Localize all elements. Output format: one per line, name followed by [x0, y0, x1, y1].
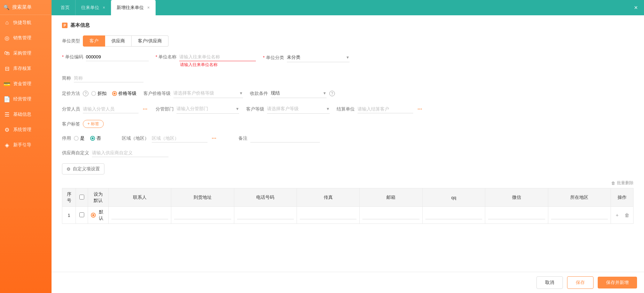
- remarks-group: 备注: [238, 134, 320, 143]
- unit-category-select[interactable]: 未分类 ▼: [287, 53, 350, 62]
- disabled-yes-radio[interactable]: 是: [74, 135, 85, 141]
- pricing-method-group: 定价方法 ? 折扣 价格等级: [62, 90, 136, 97]
- settlement-more-btn[interactable]: ···: [416, 106, 423, 112]
- row-region[interactable]: [548, 207, 611, 224]
- sidebar: 🔍 搜索菜单 ⌂ 快捷导航 ◎ 销售管理 🛍 采购管理 ⊟ 库存核算 💳 资金管…: [0, 0, 52, 293]
- sidebar-item-guide[interactable]: ◈ 新手引导: [0, 137, 52, 153]
- row-wechat[interactable]: [485, 207, 548, 224]
- short-name-input[interactable]: [74, 74, 143, 82]
- sidebar-item-system[interactable]: ⚙ 系统管理: [0, 122, 52, 137]
- row-phone[interactable]: [234, 207, 297, 224]
- sidebar-item-finance[interactable]: 💳 资金管理: [0, 76, 52, 91]
- row-fax[interactable]: [297, 207, 360, 224]
- customer-price-level-select[interactable]: 请选择客户价格等级 ▼: [173, 89, 243, 98]
- payment-terms-help-icon[interactable]: ?: [329, 91, 335, 96]
- row-qq[interactable]: [422, 207, 485, 224]
- department-label: 分管部门: [156, 106, 174, 112]
- sidebar-search[interactable]: 🔍 搜索菜单: [0, 0, 52, 15]
- tab-new-counterpart-label: 新增往来单位: [117, 5, 144, 11]
- tab-home-label: 首页: [61, 5, 70, 11]
- row-default[interactable]: 默认: [88, 207, 109, 224]
- pricing-level-radio[interactable]: 价格等级: [112, 90, 136, 97]
- region-more-btn[interactable]: ···: [210, 135, 218, 141]
- sidebar-item-purchase[interactable]: 🛍 采购管理: [0, 46, 52, 61]
- unit-name-input[interactable]: [179, 53, 256, 61]
- cancel-button[interactable]: 取消: [536, 276, 563, 289]
- row-contact[interactable]: [109, 207, 171, 224]
- unit-category-arrow: ▼: [346, 55, 350, 59]
- region-input[interactable]: [152, 134, 207, 143]
- add-row-button[interactable]: +: [614, 212, 621, 219]
- custom-settings-button[interactable]: ⚙ 自定义项设置: [62, 163, 104, 174]
- type-btn-both[interactable]: 客户/供应商: [132, 35, 168, 47]
- short-name-group: 简称: [62, 74, 143, 82]
- tab-counterpart-close[interactable]: ×: [103, 5, 105, 10]
- tab-bar: 首页 往来单位 × 新增往来单位 × ×: [52, 0, 644, 15]
- contact-input[interactable]: [111, 211, 168, 219]
- department-placeholder: 请输入分管部门: [176, 106, 234, 112]
- disabled-no-label: 否: [96, 135, 101, 141]
- finance-icon: 💳: [3, 80, 10, 87]
- customer-level-select[interactable]: 请选择客户等级 ▼: [267, 104, 330, 114]
- tab-counterpart[interactable]: 往来单位 ×: [76, 0, 111, 15]
- sidebar-item-quick-nav[interactable]: ⌂ 快捷导航: [0, 15, 52, 30]
- row-checkbox[interactable]: [76, 207, 88, 224]
- supplier-custom-input[interactable]: [92, 149, 168, 157]
- supplier-custom-group: 供应商自定义: [62, 149, 168, 157]
- select-all-checkbox[interactable]: [79, 195, 84, 200]
- row-region-input[interactable]: [551, 211, 608, 219]
- sidebar-item-sales[interactable]: ◎ 销售管理: [0, 30, 52, 46]
- address-input[interactable]: [174, 211, 231, 219]
- sidebar-item-basic[interactable]: ☰ 基础信息: [0, 107, 52, 122]
- gear-icon: ⚙: [66, 166, 71, 172]
- qq-input[interactable]: [425, 211, 482, 219]
- unit-type-row: 单位类型 客户 供应商 客户/供应商: [62, 35, 634, 47]
- unit-info-row: 单位编码 单位名称 请输入往来单位名称 单位分类: [62, 53, 634, 68]
- manager-input[interactable]: [83, 105, 139, 113]
- row-address[interactable]: [171, 207, 234, 224]
- default-radio[interactable]: 默认: [91, 209, 105, 221]
- section-icon: P: [62, 23, 68, 28]
- disabled-no-radio[interactable]: 否: [90, 135, 101, 141]
- payment-terms-select[interactable]: 现结 ▼: [271, 89, 327, 98]
- disabled-yes-circle: [74, 136, 79, 141]
- sidebar-item-operations[interactable]: 📄 经营管理: [0, 91, 52, 107]
- system-icon: ⚙: [3, 126, 10, 133]
- window-close-button[interactable]: ×: [631, 4, 641, 11]
- pricing-help-icon[interactable]: ?: [83, 91, 88, 96]
- tab-new-counterpart-close[interactable]: ×: [147, 5, 150, 10]
- phone-input[interactable]: [237, 211, 294, 219]
- customer-price-level-label: 客户价格等级: [143, 90, 171, 97]
- delete-row-button[interactable]: 🗑: [623, 212, 630, 219]
- tab-new-counterpart[interactable]: 新增往来单位 ×: [111, 0, 156, 15]
- tab-counterpart-label: 往来单位: [81, 5, 99, 11]
- home-icon: ⌂: [3, 19, 10, 26]
- disabled-row: 停用 是 否 区域（地区） ···: [62, 134, 634, 143]
- tab-home[interactable]: 首页: [55, 0, 76, 15]
- row-select-checkbox[interactable]: [79, 212, 84, 217]
- pricing-discount-radio[interactable]: 折扣: [91, 90, 107, 97]
- remarks-input[interactable]: [250, 134, 320, 143]
- add-tag-button[interactable]: + 标签: [83, 120, 104, 128]
- save-button[interactable]: 保存: [567, 276, 594, 289]
- customer-tag-label: 客户标签: [62, 121, 80, 127]
- type-btn-customer[interactable]: 客户: [83, 35, 105, 47]
- pricing-row: 定价方法 ? 折扣 价格等级 客户价格等级: [62, 89, 634, 98]
- row-email[interactable]: [360, 207, 422, 224]
- manager-more-btn[interactable]: ···: [141, 106, 149, 112]
- row-actions: + 🗑: [611, 207, 633, 224]
- sidebar-item-inventory[interactable]: ⊟ 库存核算: [0, 61, 52, 76]
- type-btn-supplier[interactable]: 供应商: [105, 35, 132, 47]
- settlement-input[interactable]: [358, 105, 413, 113]
- fax-input[interactable]: [300, 211, 356, 219]
- unit-code-input[interactable]: [86, 53, 149, 61]
- pricing-method-label: 定价方法: [62, 90, 80, 97]
- email-input[interactable]: [362, 211, 419, 219]
- department-select[interactable]: 请输入分管部门 ▼: [176, 104, 239, 114]
- save-add-button[interactable]: 保存并新增: [598, 277, 637, 288]
- sidebar-item-label: 快捷导航: [13, 19, 31, 26]
- bulk-delete-area[interactable]: 🗑 批量删除: [62, 180, 634, 186]
- wechat-input[interactable]: [488, 211, 545, 219]
- unit-type-btn-group: 客户 供应商 客户/供应商: [83, 35, 168, 47]
- unit-name-group: 单位名称 请输入往来单位名称: [156, 53, 256, 68]
